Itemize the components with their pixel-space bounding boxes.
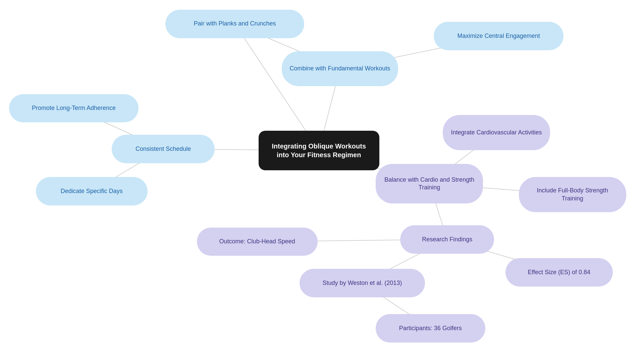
node-study_weston[interactable]: Study by Weston et al. (2013): [300, 269, 425, 297]
node-effect_size[interactable]: Effect Size (ES) of 0.84: [505, 258, 613, 287]
node-include_fullbody[interactable]: Include Full-Body Strength Training: [519, 177, 626, 212]
node-dedicate_specific[interactable]: Dedicate Specific Days: [36, 177, 148, 205]
node-participants[interactable]: Participants: 36 Golfers: [376, 314, 485, 343]
node-research_findings[interactable]: Research Findings: [400, 225, 494, 254]
mindmap-container: Integrating Oblique Workouts into Your F…: [0, 0, 644, 363]
node-consistent_schedule[interactable]: Consistent Schedule: [112, 135, 215, 163]
node-outcome_club[interactable]: Outcome: Club-Head Speed: [197, 228, 318, 256]
node-maximize_central[interactable]: Maximize Central Engagement: [434, 22, 564, 50]
node-combine_fundamental[interactable]: Combine with Fundamental Workouts: [282, 51, 398, 86]
node-integrate_cardio[interactable]: Integrate Cardiovascular Activities: [443, 115, 550, 150]
node-balance_cardio[interactable]: Balance with Cardio and Strength Trainin…: [376, 164, 483, 203]
node-center[interactable]: Integrating Oblique Workouts into Your F…: [259, 131, 379, 170]
node-promote_long_term[interactable]: Promote Long-Term Adherence: [9, 94, 139, 123]
node-pair_with_planks[interactable]: Pair with Planks and Crunches: [165, 10, 304, 38]
